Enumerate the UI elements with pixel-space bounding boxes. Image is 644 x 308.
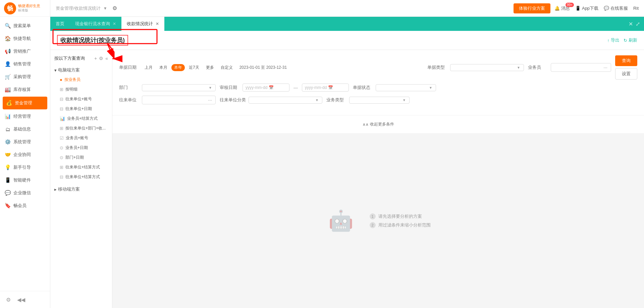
date-range: 2023-01-01 至 2023-12-31 xyxy=(239,65,287,70)
tree-item-by-counterparty-dept[interactable]: ⊞ 按往来单位+部门+收... xyxy=(50,123,112,133)
pc-section-arrow: ▾ xyxy=(54,68,57,73)
counterparty-payment1-icon: ⊞ xyxy=(60,165,63,170)
date-btn-last-month[interactable]: 上月 xyxy=(142,64,155,71)
tab-collection-stats-close-icon[interactable]: ✕ xyxy=(156,21,159,26)
system-icon: ⚙️ xyxy=(5,139,11,145)
basic-info-icon: 🗂 xyxy=(5,126,11,132)
voucher-status-select[interactable]: ▼ xyxy=(376,84,436,91)
sidebar-item-system[interactable]: ⚙️ 系统管理 xyxy=(0,136,50,148)
salesperson-more-icon[interactable]: ··· xyxy=(603,65,607,70)
panel-add-icon[interactable]: + xyxy=(94,56,97,61)
expand-window-icon[interactable]: ⤢ xyxy=(636,21,640,27)
main-area: 按以下方案查询 + ⚙ « ▾ 电脑端方案 ● 按业务员 xyxy=(50,50,644,308)
app-download-btn[interactable]: 📱 App下载 xyxy=(575,5,598,11)
sales-icon: 👤 xyxy=(5,61,11,67)
tree-item-salesperson-payment[interactable]: 📊 业务员+结算方式 xyxy=(50,114,112,123)
footer-collapse-btn[interactable]: ◀◀ xyxy=(16,295,26,305)
export-btn[interactable]: ↑ 导出 xyxy=(607,37,620,43)
review-date-end[interactable]: yyyy-mm-dd 📅 xyxy=(302,84,349,92)
tree-item-by-salesperson[interactable]: ● 按业务员 xyxy=(50,75,112,85)
settings-btn[interactable]: 设置 xyxy=(615,68,637,80)
close-window-icon[interactable]: ✕ xyxy=(629,21,633,27)
panel-header: 按以下方案查询 + ⚙ « xyxy=(50,53,112,64)
tab-bank-flow[interactable]: 现金银行流水查询 ✕ xyxy=(70,17,121,31)
topbar-gear-icon[interactable]: ⚙ xyxy=(110,4,119,13)
query-btn[interactable]: 查询 xyxy=(615,55,637,66)
main-content: 资金管理/收款情况统计 ▼ ⚙ 体验行业方案 🔔 消息 99+ 📱 App下载 … xyxy=(50,0,644,308)
sidebar-item-smart-hw[interactable]: 📱 智能硬件 xyxy=(0,174,50,187)
review-date-label: 审核日期 xyxy=(220,85,240,91)
tip-num-1: 1 xyxy=(370,213,376,219)
date-btn-more[interactable]: 更多 xyxy=(203,64,217,71)
sidebar-item-search-menu[interactable]: 🔍 搜索菜单 xyxy=(0,19,50,32)
footer-settings-btn[interactable]: ⚙ xyxy=(3,295,13,305)
sidebar-item-operations[interactable]: 📊 经营管理 xyxy=(0,110,50,123)
salesperson-select[interactable]: ··· xyxy=(551,63,611,72)
sidebar-item-quick-nav[interactable]: 🏠 快捷导航 xyxy=(0,32,50,45)
sidebar-item-basic-info[interactable]: 🗂 基础信息 xyxy=(0,123,50,136)
salesperson-label: 业务员 xyxy=(528,64,548,70)
date-btn-this-year[interactable]: 本年 xyxy=(171,64,185,71)
review-date-start[interactable]: yyyy-mm-dd 📅 xyxy=(243,84,289,92)
business-type-select[interactable]: ▼ xyxy=(349,97,410,104)
category-chevron: ▼ xyxy=(315,98,319,102)
mobile-section-header[interactable]: ▸ 移动端方案 xyxy=(50,185,112,194)
sidebar: 畅 畅捷通好生意 标准版 🔍 搜索菜单 🏠 快捷导航 📢 营销推广 👤 销售管理… xyxy=(0,0,50,308)
tab-collection-stats[interactable]: 收款情况统计 ✕ xyxy=(121,17,164,31)
query-actions: 查询 设置 xyxy=(615,55,637,80)
tree-item-counterparty-payment2[interactable]: ⊟ 往来单位+结算方式 xyxy=(50,172,112,182)
date-btn-this-month[interactable]: 本月 xyxy=(157,64,170,71)
salesperson-account-icon: ☑ xyxy=(60,136,64,141)
tree-item-dept-date[interactable]: ⊙ 部门+日期 xyxy=(50,153,112,162)
empty-icon: 🤖 xyxy=(326,206,356,236)
counterparty-dots-icon[interactable]: ··· xyxy=(208,97,212,103)
logo-area: 畅 畅捷通好生意 标准版 xyxy=(0,0,50,17)
voucher-type-select[interactable]: ▼ xyxy=(450,64,524,71)
customer-service-btn[interactable]: 💬 在线客服 xyxy=(604,5,628,11)
collapse-more-btn[interactable]: ∧∧ 收起更多条件 xyxy=(360,119,397,130)
refresh-btn[interactable]: ↻ 刷新 xyxy=(624,37,637,43)
quick-nav-icon: 🏠 xyxy=(5,36,11,42)
counterparty-payment2-icon: ⊟ xyxy=(60,174,63,179)
sidebar-item-inventory[interactable]: 🏭 库存核算 xyxy=(0,83,50,96)
sidebar-item-sales[interactable]: 👤 销售管理 xyxy=(0,58,50,70)
sidebar-item-purchase[interactable]: 🛒 采购管理 xyxy=(0,70,50,83)
salesperson-icon: ● xyxy=(60,77,62,82)
trial-btn[interactable]: 体验行业方案 xyxy=(514,3,550,13)
sidebar-item-member[interactable]: 🔖 畅会员 xyxy=(0,199,50,212)
notification-btn[interactable]: 🔔 消息 99+ xyxy=(554,5,570,11)
empty-tips: 1 请先选择要分析的方案 2 用过滤条件来缩小分析范围 xyxy=(370,213,431,228)
date-btn-7days[interactable]: 近7天 xyxy=(186,64,202,71)
panel-collapse-icon[interactable]: « xyxy=(105,56,108,61)
tab-home[interactable]: 首页 xyxy=(50,17,70,31)
department-select[interactable]: ▼ xyxy=(142,84,216,91)
sidebar-item-guide[interactable]: 💡 新手引导 xyxy=(0,161,50,174)
date-buttons: 上月 本月 本年 近7天 更多 自定义 xyxy=(142,64,235,71)
app-download-icon: 📱 xyxy=(575,6,581,11)
empty-tip-1: 1 请先选择要分析的方案 xyxy=(370,213,431,219)
tree-item-counterparty-date[interactable]: ⊟ 往来单位+日期 xyxy=(50,104,112,114)
tree-item-salesperson-date[interactable]: ⊙ 业务员+日期 xyxy=(50,143,112,153)
tree-item-counterparty-payment1[interactable]: ⊞ 往来单位+结算方式 xyxy=(50,162,112,172)
refresh-icon: ↻ xyxy=(624,38,627,43)
logo-icon: 畅 xyxy=(4,2,16,14)
user-avatar[interactable]: Rit xyxy=(633,6,639,11)
business-type-chevron: ▼ xyxy=(402,98,406,102)
date-btn-custom[interactable]: 自定义 xyxy=(218,64,235,71)
breadcrumb-dropdown-icon[interactable]: ▼ xyxy=(103,6,107,11)
sidebar-item-cooperation[interactable]: 🤝 企业协同 xyxy=(0,148,50,161)
counterparty-select[interactable]: ··· xyxy=(142,96,216,104)
tabs-actions: ✕ ⤢ xyxy=(625,17,644,31)
tree-item-salesperson-account[interactable]: ☑ 业务员+账号 xyxy=(50,133,112,143)
panel-gear-icon[interactable]: ⚙ xyxy=(99,56,103,61)
pc-section-header[interactable]: ▾ 电脑端方案 xyxy=(50,65,112,75)
detail-icon: ⊞ xyxy=(60,87,63,92)
sidebar-item-finance[interactable]: 💰 资金管理 xyxy=(3,97,47,109)
sidebar-item-wechat[interactable]: 💬 企业微信 xyxy=(0,187,50,199)
tree-item-detail[interactable]: ⊞ 按明细 xyxy=(50,85,112,94)
tab-bank-flow-close-icon[interactable]: ✕ xyxy=(113,21,116,26)
tree-item-counterparty-account[interactable]: ⊟ 往来单位+账号 xyxy=(50,94,112,104)
sidebar-item-marketing[interactable]: 📢 营销推广 xyxy=(0,45,50,58)
counterparty-category-select[interactable]: ▼ xyxy=(249,97,322,104)
customer-service-icon: 💬 xyxy=(604,6,609,11)
